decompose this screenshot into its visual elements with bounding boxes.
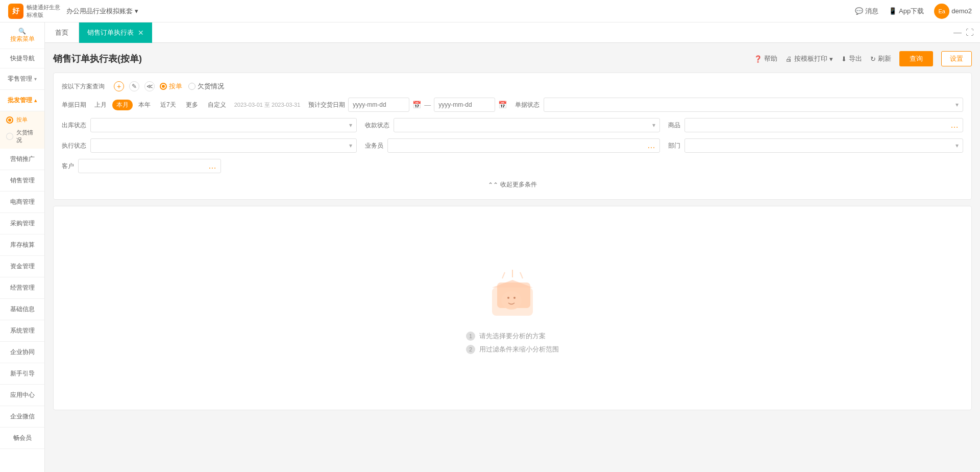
scheme-item-debt[interactable]: 欠货情况	[188, 82, 224, 91]
query-button[interactable]: 查询	[899, 51, 933, 66]
tab-bar: 首页 销售订单执行表 ✕ — ⛶	[45, 22, 980, 43]
sidebar-item-operations[interactable]: 经营管理	[0, 277, 44, 299]
sidebar-item-corpwx[interactable]: 企业微信	[0, 406, 44, 428]
collapse-more-button[interactable]: ⌃⌃ 收起更多条件	[62, 178, 963, 191]
sidebar-item-retail[interactable]: 零售管理 ▾	[0, 68, 44, 90]
sidebar-item-stock[interactable]: 库存核算	[0, 234, 44, 256]
sidebar-sub-debt[interactable]: 欠货情况	[6, 126, 38, 147]
tab-minimize-button[interactable]: —	[953, 28, 962, 37]
retail-expand-icon: ▾	[34, 76, 37, 82]
filter-panel: 按以下方案查询 + ✎ ≪ 按单 欠货情况	[53, 73, 972, 200]
tab-sales-order-exec[interactable]: 销售订单执行表 ✕	[79, 22, 152, 43]
stock-out-filter: 出库状态 ▾	[62, 118, 357, 132]
refresh-icon: ↻	[870, 55, 876, 63]
sidebar-item-purchase[interactable]: 采购管理	[0, 213, 44, 234]
salesman-more-icon[interactable]: …	[647, 141, 655, 150]
user-menu[interactable]: Ea demo2	[934, 4, 972, 19]
date-option-more[interactable]: 更多	[182, 100, 202, 110]
tip2-num: 2	[466, 345, 475, 354]
top-bar: 好 畅捷通好生意 标准版 办公用品行业模拟账套 ▾ 💬 消息 📱 App下载 E…	[0, 0, 980, 22]
sidebar-item-ecommerce[interactable]: 电商管理	[0, 192, 44, 213]
sidebar-item-basics[interactable]: 基础信息	[0, 299, 44, 320]
date-option-this-month[interactable]: 本月	[112, 100, 133, 110]
doc-status-chevron-icon: ▾	[955, 101, 959, 108]
scheme-edit-button[interactable]: ✎	[129, 81, 139, 91]
sidebar-search[interactable]: 🔍 搜索菜单	[0, 22, 44, 49]
logo-area: 好 畅捷通好生意 标准版	[8, 4, 60, 19]
page-content: 销售订单执行表(按单) ❓ 帮助 🖨 按模板打印 ▾ ⬇ 导出	[45, 43, 980, 472]
tab-expand-button[interactable]: ⛶	[966, 28, 974, 37]
date-option-custom[interactable]: 自定义	[204, 100, 230, 110]
app-selector[interactable]: 办公用品行业模拟账套 ▾	[66, 7, 138, 16]
expected-date-from-input[interactable]	[348, 98, 409, 112]
exec-status-filter: 执行状态 ▾	[62, 138, 357, 153]
empty-tip-2: 2 用过滤条件来缩小分析范围	[466, 345, 559, 354]
exec-status-select[interactable]: ▾	[90, 138, 357, 153]
download-icon: 📱	[889, 7, 897, 15]
salesman-filter: 业务员 …	[365, 138, 660, 153]
export-button[interactable]: ⬇ 导出	[841, 54, 862, 63]
tab-bar-actions: — ⛶	[953, 28, 980, 37]
exec-status-chevron-icon: ▾	[349, 142, 352, 149]
doc-status-select[interactable]: ▾	[544, 98, 963, 112]
salesman-input-area[interactable]: …	[387, 138, 660, 153]
avatar: Ea	[934, 4, 949, 19]
sidebar-item-newguide[interactable]: 新手引导	[0, 363, 44, 385]
sidebar-item-enterprise[interactable]: 企业协同	[0, 342, 44, 363]
dept-chevron-icon: ▾	[955, 142, 959, 149]
export-icon: ⬇	[841, 55, 847, 63]
page-title: 销售订单执行表(按单)	[53, 53, 142, 65]
stock-out-select[interactable]: ▾	[90, 118, 357, 132]
sidebar-item-finance[interactable]: 资金管理	[0, 256, 44, 277]
empty-state: 1 请先选择要分析的方案 2 用过滤条件来缩小分析范围	[466, 262, 559, 354]
expected-date-to-cal-icon[interactable]: 📅	[498, 101, 507, 109]
product-input-area[interactable]: …	[684, 118, 963, 132]
date-option-7days[interactable]: 近7天	[156, 100, 180, 110]
expected-date-filter: 预计交货日期 📅 — 📅	[308, 98, 507, 112]
help-button[interactable]: ❓ 帮助	[754, 54, 777, 63]
product-more-icon[interactable]: …	[950, 121, 959, 130]
date-range-display: 2023-03-01 至 2023-03-31	[234, 101, 301, 109]
empty-tips: 1 请先选择要分析的方案 2 用过滤条件来缩小分析范围	[466, 332, 559, 354]
stock-out-chevron-icon: ▾	[349, 122, 352, 129]
sidebar-nav[interactable]: 快捷导航	[0, 49, 44, 68]
product-filter: 商品 …	[668, 118, 963, 132]
date-option-last-month[interactable]: 上月	[90, 100, 111, 110]
expected-date-from-cal-icon[interactable]: 📅	[412, 101, 421, 109]
scheme-list: 按单 欠货情况	[160, 82, 224, 91]
customer-more-icon[interactable]: …	[208, 161, 216, 171]
logo-icon: 好	[8, 4, 23, 19]
receipt-select[interactable]: ▾	[394, 118, 660, 132]
message-button[interactable]: 💬 消息	[855, 7, 878, 16]
tab-home[interactable]: 首页	[45, 22, 79, 43]
settings-button[interactable]: 设置	[941, 51, 972, 66]
refresh-button[interactable]: ↻ 刷新	[870, 54, 891, 63]
dept-select[interactable]: ▾	[684, 138, 963, 153]
sidebar-sub-order[interactable]: 按单	[6, 113, 38, 126]
filter-row-4: 客户 …	[62, 159, 963, 173]
sidebar-item-wholesale[interactable]: 批发管理 ▴	[0, 90, 44, 111]
sidebar-item-appcenter[interactable]: 应用中心	[0, 385, 44, 406]
date-option-this-year[interactable]: 本年	[134, 100, 155, 110]
collapse-icon: ⌃⌃	[488, 181, 498, 188]
sidebar-item-marketing[interactable]: 营销推广	[0, 149, 44, 170]
top-bar-right: 💬 消息 📱 App下载 Ea demo2	[855, 4, 972, 19]
expected-date-to-input[interactable]	[434, 98, 495, 112]
sidebar-item-member[interactable]: 畅会员	[0, 428, 44, 449]
empty-tip-1: 1 请先选择要分析的方案	[466, 332, 559, 341]
scheme-debt-radio	[188, 83, 195, 90]
debt-radio-icon	[6, 133, 13, 140]
print-button[interactable]: 🖨 按模板打印 ▾	[786, 54, 833, 63]
search-icon: 🔍	[18, 28, 26, 35]
tab-close-button[interactable]: ✕	[138, 29, 144, 37]
scheme-add-button[interactable]: +	[114, 81, 124, 91]
scheme-item-order[interactable]: 按单	[160, 82, 182, 91]
app-download-button[interactable]: 📱 App下载	[889, 7, 924, 16]
sidebar-item-sales[interactable]: 销售管理	[0, 170, 44, 192]
customer-input-area[interactable]: …	[78, 159, 221, 173]
sidebar-item-system[interactable]: 系统管理	[0, 320, 44, 342]
sidebar: 🔍 搜索菜单 快捷导航 零售管理 ▾ 批发管理 ▴ 按单 欠货情况 营销推广	[0, 22, 45, 472]
doc-status-filter: 单据状态 ▾	[515, 98, 963, 112]
svg-point-2	[501, 291, 522, 310]
scheme-collapse-button[interactable]: ≪	[144, 81, 155, 91]
